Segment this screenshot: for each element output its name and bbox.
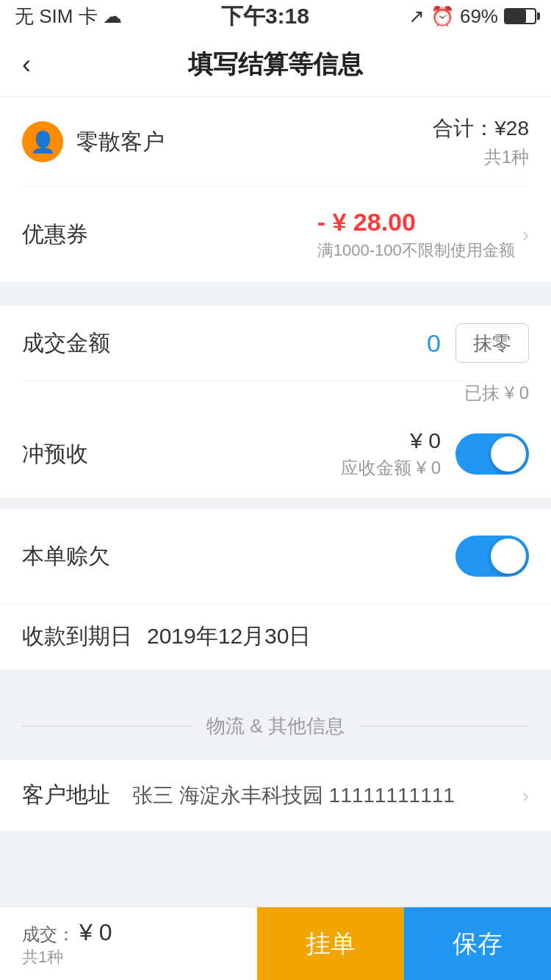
toggle-knob xyxy=(491,436,526,472)
duedate-value: 2019年12月30日 xyxy=(147,621,311,652)
save-button[interactable]: 保存 xyxy=(404,907,551,980)
round-button[interactable]: 抹零 xyxy=(455,323,529,363)
bottom-info: 成交： ¥ 0 共1种 xyxy=(0,907,257,980)
customer-left: 👤 零散客户 xyxy=(22,121,165,162)
coupon-info: - ¥ 28.00 满1000-100不限制使用金额 xyxy=(317,208,515,262)
customer-section: 👤 零散客户 合计：¥28 共1种 优惠券 - ¥ 28.00 满1000-10… xyxy=(0,97,551,282)
status-right: ↗ ⏰ 69% xyxy=(408,5,536,28)
already-rounded: 已抹 ¥ 0 xyxy=(22,381,529,411)
customer-right: 合计：¥28 共1种 xyxy=(433,115,529,169)
battery-percentage: 69% xyxy=(460,5,498,28)
coupon-right: - ¥ 28.00 满1000-100不限制使用金额 › xyxy=(317,208,529,262)
avatar-icon: 👤 xyxy=(30,130,56,154)
back-button[interactable]: ‹ xyxy=(22,49,31,80)
hang-order-button[interactable]: 挂单 xyxy=(257,907,404,980)
debt-toggle[interactable] xyxy=(455,536,529,577)
section-gap-2 xyxy=(0,497,551,509)
logistics-line-right xyxy=(359,726,529,727)
prereceive-toggle[interactable] xyxy=(455,433,529,475)
prereceive-label: 冲预收 xyxy=(22,439,88,469)
prereceive-value: ¥ 0 xyxy=(341,428,441,453)
content-area: 👤 零散客户 合计：¥28 共1种 优惠券 - ¥ 28.00 满1000-10… xyxy=(0,97,551,931)
address-row[interactable]: 客户地址 张三 海淀永丰科技园 11111111111 › xyxy=(0,760,551,831)
nav-bar: ‹ 填写结算等信息 xyxy=(0,32,551,97)
coupon-label: 优惠券 xyxy=(22,220,88,250)
prereceive-right: ¥ 0 应收金额 ¥ 0 xyxy=(341,428,529,480)
transaction-amount-value: 0 xyxy=(427,329,441,358)
amount-section: 成交金额 0 抹零 已抹 ¥ 0 冲预收 ¥ 0 应收金额 ¥ 0 xyxy=(0,306,551,497)
chevron-right-icon: › xyxy=(522,223,529,247)
duedate-row: 收款到期日 2019年12月30日 xyxy=(0,603,551,669)
bottom-bar: 成交： ¥ 0 共1种 挂单 保存 xyxy=(0,907,551,980)
address-chevron-icon: › xyxy=(522,784,529,807)
alarm-icon: ⏰ xyxy=(431,5,454,28)
status-left: 无 SIM 卡 ☁ xyxy=(15,4,122,29)
debt-section: 本单赊欠 收款到期日 2019年12月30日 xyxy=(0,509,551,669)
debt-toggle-knob xyxy=(491,538,526,574)
avatar: 👤 xyxy=(22,121,63,162)
bottom-trans-row: 成交： ¥ 0 xyxy=(22,919,257,946)
location-icon: ↗ xyxy=(408,5,425,28)
section-gap-1 xyxy=(0,294,551,306)
prereceive-sub: 应收金额 ¥ 0 xyxy=(341,456,441,480)
address-label: 客户地址 xyxy=(22,780,110,810)
transaction-amount-row: 成交金额 0 抹零 xyxy=(22,306,529,381)
status-bar: 无 SIM 卡 ☁ 下午3:18 ↗ ⏰ 69% xyxy=(0,0,551,32)
total-amount: 合计：¥28 xyxy=(433,115,529,143)
debt-label: 本单赊欠 xyxy=(22,541,110,572)
debt-row: 本单赊欠 xyxy=(0,509,551,603)
prereceive-row: 冲预收 ¥ 0 应收金额 ¥ 0 xyxy=(22,411,529,497)
coupon-row[interactable]: 优惠券 - ¥ 28.00 满1000-100不限制使用金额 › xyxy=(0,187,551,282)
logistics-title: 物流 & 其他信息 xyxy=(192,713,359,739)
customer-row: 👤 零散客户 合计：¥28 共1种 xyxy=(0,97,551,187)
page-title: 填写结算等信息 xyxy=(188,48,363,82)
address-value: 张三 海淀永丰科技园 11111111111 xyxy=(132,782,522,810)
sim-status: 无 SIM 卡 ☁ xyxy=(15,4,122,29)
transaction-amount-label: 成交金额 xyxy=(22,328,110,359)
battery-icon xyxy=(504,8,536,24)
bottom-trans-amount: ¥ 0 xyxy=(79,919,112,946)
coupon-desc: 满1000-100不限制使用金额 xyxy=(317,239,515,262)
bottom-trans-label: 成交： xyxy=(22,923,75,946)
amount-value-group: 0 抹零 xyxy=(427,323,529,363)
logistics-header: 物流 & 其他信息 xyxy=(0,693,551,760)
coupon-discount: - ¥ 28.00 xyxy=(317,208,515,237)
duedate-label: 收款到期日 xyxy=(22,621,132,652)
bottom-count: 共1种 xyxy=(22,946,257,968)
status-time: 下午3:18 xyxy=(221,1,309,32)
section-gap-3 xyxy=(0,681,551,693)
prereceive-amount-group: ¥ 0 应收金额 ¥ 0 xyxy=(341,428,441,480)
total-count: 共1种 xyxy=(433,145,529,169)
logistics-line-left xyxy=(22,726,192,727)
address-section: 客户地址 张三 海淀永丰科技园 11111111111 › xyxy=(0,760,551,831)
customer-name: 零散客户 xyxy=(76,127,165,157)
